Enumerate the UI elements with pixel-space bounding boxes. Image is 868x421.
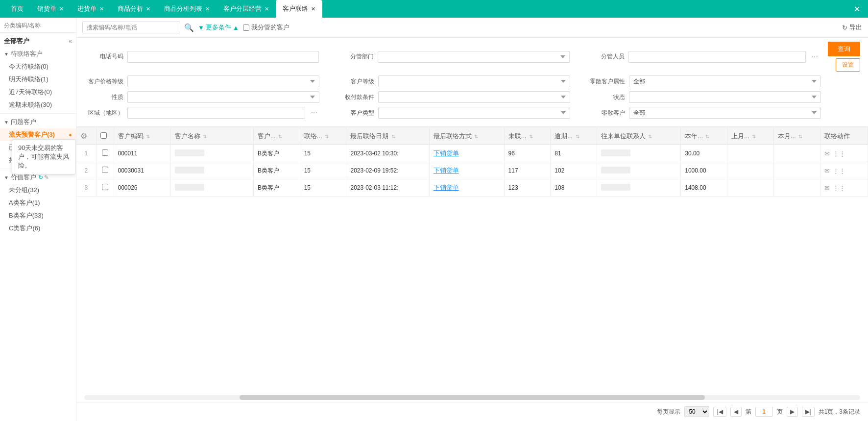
tab-customer-contact[interactable]: 客户联络 ✕ [276,0,322,18]
th-customer-type[interactable]: 客户... ⇅ [253,127,300,145]
action-message-icon[interactable]: ✉ [824,167,830,174]
sidebar-item-tomorrow-contact[interactable]: 明天待联络(1) [0,73,76,86]
filter-more-conditions-button[interactable]: ▼ 更多条件 ▲ [198,23,239,32]
sort-contact-icon[interactable]: ⇅ [325,134,329,139]
retail-customer-select[interactable]: 全部 [629,107,821,119]
scroll-thumb[interactable] [240,395,705,400]
tab-sales[interactable]: 销货单 ✕ [30,0,71,18]
window-close-button[interactable]: ✕ [850,4,864,14]
th-no-contact-days[interactable]: 未联... ⇅ [504,127,551,145]
sort-method-icon[interactable]: ⇅ [474,134,478,139]
first-page-button[interactable]: |◀ [713,407,726,417]
th-last-contact-date[interactable]: 最后联络日期 ⇅ [346,127,429,145]
sort-person-icon[interactable]: ⇅ [648,134,652,139]
region-more-icon[interactable]: ··· [309,108,319,117]
tab-goods-list-close[interactable]: ✕ [205,6,210,12]
tab-sales-close[interactable]: ✕ [59,6,64,12]
tab-customer-tier-close[interactable]: ✕ [265,6,269,12]
current-page-input[interactable]: 1 [755,407,773,417]
sidebar-item-c-class[interactable]: C类客户(6) [0,222,76,235]
th-contact-count[interactable]: 联络... ⇅ [300,127,346,145]
td-checkbox[interactable] [96,179,114,197]
tab-goods-list[interactable]: 商品分析列表 ✕ [157,0,217,18]
all-customers-header[interactable]: 全部客户 « [0,33,76,48]
status-select[interactable] [629,91,821,103]
contact-method-link[interactable]: 下销货单 [434,167,459,174]
group-pending-contact[interactable]: ▼ 待联络客户 [0,48,76,60]
sidebar-item-today-contact[interactable]: 今天待联络(0) [0,60,76,73]
th-contact-person[interactable]: 往来单位联系人 ⇅ [597,127,681,145]
row-checkbox[interactable] [102,167,108,173]
th-last-contact-method[interactable]: 最后联络方式 ⇅ [429,127,504,145]
my-customers-filter[interactable]: 我分管的客户 [243,23,289,32]
tab-purchase-close[interactable]: ✕ [99,6,104,12]
action-message-icon[interactable]: ✉ [824,184,830,192]
group-problem-customer[interactable]: ▼ 问题客户 [0,116,76,128]
price-grade-select[interactable] [127,75,319,87]
th-overdue-days[interactable]: 逾期... ⇅ [551,127,597,145]
td-checkbox[interactable] [96,162,114,179]
sort-thismonth-icon[interactable]: ⇅ [798,134,802,139]
next-page-button[interactable]: ▶ [787,407,798,417]
sidebar-search-input[interactable] [4,22,76,29]
th-last-month[interactable]: 上月... ⇅ [727,127,774,145]
value-edit-icon[interactable]: ✎ [44,174,49,181]
sidebar-item-b-class[interactable]: B类客户(33) [0,209,76,222]
action-more-icon[interactable]: ⋮⋮ [833,184,845,192]
td-last-contact-method[interactable]: 下销货单 [429,179,504,197]
td-action[interactable]: ✉ ⋮⋮ [820,179,868,197]
tab-customer-tier[interactable]: 客户分层经营 ✕ [217,0,276,18]
region-input[interactable] [127,107,305,119]
td-checkbox[interactable] [96,145,114,162]
td-action[interactable]: ✉ ⋮⋮ [820,145,868,162]
customer-type-select[interactable] [378,107,570,119]
nature-select[interactable] [127,91,319,103]
action-message-icon[interactable]: ✉ [824,150,830,157]
retail-attr-select[interactable]: 全部 [629,75,821,87]
td-last-contact-method[interactable]: 下销货单 [429,162,504,179]
sidebar-item-a-class[interactable]: A类客户(1) [0,197,76,209]
tab-home[interactable]: 首页 [4,0,30,18]
th-this-month[interactable]: 本月... ⇅ [773,127,820,145]
phone-input[interactable] [127,51,319,63]
th-settings[interactable]: ⚙ [76,127,96,145]
tab-purchase[interactable]: 进货单 ✕ [71,0,111,18]
tab-goods-analysis[interactable]: 商品分析 ✕ [111,0,157,18]
payment-select[interactable] [378,91,570,103]
export-button[interactable]: ↻ 导出 [842,23,862,32]
sort-code-icon[interactable]: ⇅ [146,134,150,139]
sidebar-item-ungrouped[interactable]: 未分组(32) [0,184,76,197]
sort-nocontact-icon[interactable]: ⇅ [529,134,533,139]
horizontal-scrollbar[interactable] [84,395,860,400]
query-button[interactable]: 查询 [828,42,860,56]
th-customer-name[interactable]: 客户名称 ⇅ [170,127,253,145]
page-size-select[interactable]: 50 100 200 [684,406,709,417]
settings-button[interactable]: 设置 [836,58,860,72]
contact-method-link[interactable]: 下销货单 [434,184,459,191]
sidebar-item-week-contact[interactable]: 近7天待联络(0) [0,86,76,99]
sort-name-icon[interactable]: ⇅ [203,134,207,139]
value-refresh-icon[interactable]: ↻ [38,174,43,181]
td-action[interactable]: ✉ ⋮⋮ [820,162,868,179]
sort-type-icon[interactable]: ⇅ [278,134,282,139]
sort-lastmonth-icon[interactable]: ⇅ [752,134,756,139]
tab-goods-analysis-close[interactable]: ✕ [146,6,150,12]
row-checkbox[interactable] [102,184,108,190]
sort-date-icon[interactable]: ⇅ [391,134,395,139]
td-last-contact-method[interactable]: 下销货单 [429,145,504,162]
sidebar-item-overdue-contact[interactable]: 逾期未联络(30) [0,99,76,111]
filter-search-input[interactable] [82,22,180,33]
dept-select[interactable] [378,51,569,63]
th-checkbox[interactable] [96,127,114,145]
th-this-year[interactable]: 本年... ⇅ [681,127,727,145]
row-checkbox[interactable] [102,149,108,156]
select-all-checkbox[interactable] [100,132,107,139]
person-more-icon[interactable]: ··· [810,52,820,61]
action-more-icon[interactable]: ⋮⋮ [833,150,845,157]
contact-method-link[interactable]: 下销货单 [434,149,459,157]
th-customer-code[interactable]: 客户编码 ⇅ [114,127,170,145]
action-more-icon[interactable]: ⋮⋮ [833,167,845,174]
table-settings-icon[interactable]: ⚙ [80,132,87,140]
person-input[interactable] [628,51,806,63]
tab-customer-contact-close[interactable]: ✕ [311,6,315,12]
